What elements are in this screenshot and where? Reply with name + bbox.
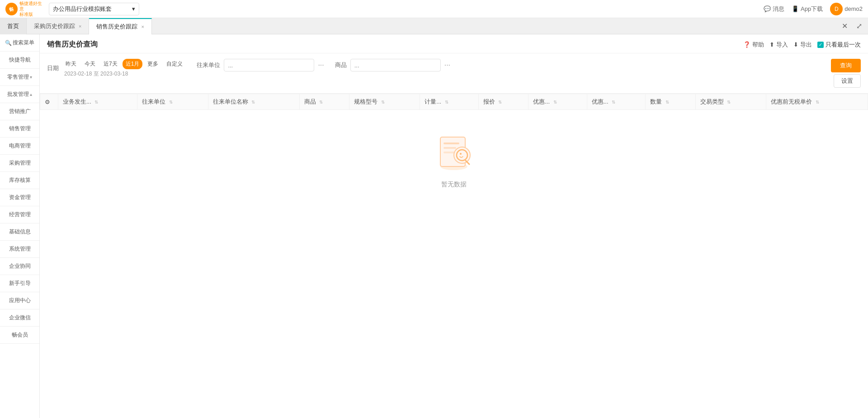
chevron-up-icon: ▴ <box>30 92 32 97</box>
only-last-checkbox-label[interactable]: ✓ 只看最后一次 <box>817 41 861 49</box>
th-biz-date[interactable]: 业务发生... ⇅ <box>58 94 137 110</box>
sidebar-item-guide[interactable]: 新手引导 <box>0 275 39 292</box>
th-partner-code[interactable]: 往来单位 ⇅ <box>137 94 208 110</box>
sidebar-item-apps[interactable]: 应用中心 <box>0 292 39 309</box>
svg-point-10 <box>460 153 462 155</box>
filter-actions: 查询 设置 <box>831 59 861 88</box>
tab-sales-close[interactable]: × <box>141 24 144 29</box>
th-no-tax-price[interactable]: 优惠前无税单价 ⇅ <box>766 94 868 110</box>
only-last-checkbox[interactable]: ✓ <box>817 42 824 48</box>
th-product[interactable]: 商品 ⇅ <box>299 94 349 110</box>
table-header-row: ⚙ 业务发生... ⇅ 往来单位 ⇅ 往来单位名称 ⇅ <box>40 94 868 110</box>
query-button[interactable]: 查询 <box>831 59 861 72</box>
sort-icon: ⇅ <box>94 100 98 104</box>
svg-text:畅: 畅 <box>9 7 14 12</box>
sidebar-item-sales-mgmt[interactable]: 销售管理 <box>0 120 39 138</box>
user-action[interactable]: D demo2 <box>830 3 863 15</box>
avatar: D <box>830 3 843 15</box>
logo-area: 畅 畅捷通好生意 标准版 <box>5 1 45 17</box>
th-trade-type[interactable]: 交易类型 ⇅ <box>695 94 766 110</box>
sidebar-search-label: 搜索菜单 <box>13 39 34 47</box>
sidebar-item-shortcut[interactable]: 快捷导航 <box>0 52 39 69</box>
sidebar-item-search[interactable]: 🔍 搜索菜单 <box>0 34 39 52</box>
tab-actions: ✕ ⤢ <box>839 21 868 32</box>
th-quote[interactable]: 报价 ⇅ <box>478 94 528 110</box>
help-action[interactable]: ❓ 帮助 <box>743 41 764 49</box>
top-header: 畅 畅捷通好生意 标准版 办公用品行业模拟账套 ▾ 💬 消息 📱 App下载 D… <box>0 0 868 18</box>
th-spec[interactable]: 规格型号 ⇅ <box>349 94 420 110</box>
download-icon: 📱 <box>792 5 799 12</box>
sidebar-operations-label: 经营管理 <box>9 211 31 218</box>
header-right: 💬 消息 📱 App下载 D demo2 <box>764 3 863 15</box>
th-discount1[interactable]: 优惠... ⇅ <box>528 94 587 110</box>
sidebar-finance-label: 资金管理 <box>9 194 31 201</box>
sidebar-wechat-label: 企业微信 <box>9 314 31 322</box>
sort-icon: ⇅ <box>319 100 323 104</box>
sidebar-item-finance[interactable]: 资金管理 <box>0 189 39 206</box>
sidebar: 🔍 搜索菜单 快捷导航 零售管理 ▾ 批发管理 ▴ 营销推广 销售管理 电商管理… <box>0 34 40 418</box>
chevron-down-icon: ▾ <box>30 75 32 80</box>
sidebar-item-ecommerce[interactable]: 电商管理 <box>0 138 39 155</box>
sidebar-item-inventory[interactable]: 库存核算 <box>0 172 39 189</box>
date-label: 日期 <box>47 64 59 72</box>
sort-icon: ⇅ <box>816 100 819 104</box>
sidebar-item-retail[interactable]: 零售管理 ▾ <box>0 69 39 86</box>
tab-sales[interactable]: 销售历史价跟踪 × <box>89 18 151 34</box>
sidebar-ecommerce-label: 电商管理 <box>9 142 31 150</box>
sidebar-item-operations[interactable]: 经营管理 <box>0 206 39 223</box>
th-partner-name[interactable]: 往来单位名称 ⇅ <box>208 94 299 110</box>
sort-icon: ⇅ <box>727 100 731 104</box>
sidebar-item-member[interactable]: 畅会员 <box>0 327 39 344</box>
sidebar-item-enterprise[interactable]: 企业协同 <box>0 258 39 275</box>
sidebar-item-wholesale[interactable]: 批发管理 ▴ <box>0 86 39 103</box>
th-quantity[interactable]: 数量 ⇅ <box>646 94 695 110</box>
tab-home-label: 首页 <box>7 22 19 30</box>
logo-text: 畅捷通好生意 标准版 <box>19 1 45 17</box>
sidebar-system-label: 系统管理 <box>9 245 31 253</box>
th-gear[interactable]: ⚙ <box>40 94 58 110</box>
date-btn-custom[interactable]: 自定义 <box>163 59 186 69</box>
tab-purchase[interactable]: 采购历史价跟踪 × <box>27 18 89 34</box>
date-btn-7days[interactable]: 近7天 <box>100 59 121 69</box>
filter-bar: 日期 昨天 今天 近7天 近1月 更多 自定义 2023-02-18 至 202… <box>40 53 868 94</box>
logo-icon: 畅 <box>5 3 18 15</box>
sidebar-item-basic[interactable]: 基础信息 <box>0 223 39 241</box>
table-container: ⚙ 业务发生... ⇅ 往来单位 ⇅ 往来单位名称 ⇅ <box>40 94 868 418</box>
partner-input[interactable] <box>224 59 314 71</box>
date-btn-yesterday[interactable]: 昨天 <box>62 59 80 69</box>
date-btn-1month[interactable]: 近1月 <box>123 59 143 69</box>
maximize-tab-action[interactable]: ⤢ <box>854 21 864 32</box>
sort-icon: ⇅ <box>251 100 255 104</box>
tab-purchase-close[interactable]: × <box>79 24 81 29</box>
date-btn-more[interactable]: 更多 <box>144 59 161 69</box>
partner-label: 往来单位 <box>197 61 220 69</box>
page-title: 销售历史价查询 <box>47 40 98 49</box>
sidebar-item-purchase-mgmt[interactable]: 采购管理 <box>0 155 39 172</box>
date-btn-today[interactable]: 今天 <box>81 59 99 69</box>
th-discount2[interactable]: 优惠... ⇅ <box>587 94 646 110</box>
date-filter-group: 日期 昨天 今天 近7天 近1月 更多 自定义 2023-02-18 至 202… <box>47 59 186 78</box>
sidebar-item-system[interactable]: 系统管理 <box>0 241 39 258</box>
sort-icon: ⇅ <box>381 100 385 104</box>
sidebar-item-wechat[interactable]: 企业微信 <box>0 309 39 327</box>
app-name-label: 办公用品行业模拟账套 <box>53 5 112 13</box>
close-tab-action[interactable]: ✕ <box>839 21 850 32</box>
page-actions: ❓ 帮助 ⬆ 导入 ⬇ 导出 ✓ 只看最后一次 <box>743 41 861 49</box>
product-input[interactable] <box>350 59 441 71</box>
import-action[interactable]: ⬆ 导入 <box>769 41 788 49</box>
sidebar-sales-mgmt-label: 销售管理 <box>9 125 31 133</box>
export-action[interactable]: ⬇ 导出 <box>793 41 812 49</box>
th-unit[interactable]: 计量... ⇅ <box>420 94 479 110</box>
app-selector[interactable]: 办公用品行业模拟账套 ▾ <box>49 3 139 15</box>
download-action[interactable]: 📱 App下载 <box>792 5 823 13</box>
date-range-text: 2023-02-18 至 2023-03-18 <box>64 70 186 78</box>
sort-icon: ⇅ <box>665 100 669 104</box>
settings-button[interactable]: 设置 <box>834 74 861 88</box>
search-icon: 🔍 <box>5 40 12 46</box>
sidebar-member-label: 畅会员 <box>12 331 28 339</box>
empty-state: 暂无数据 <box>40 110 868 207</box>
sidebar-item-marketing[interactable]: 营销推广 <box>0 103 39 120</box>
sidebar-shortcut-label: 快捷导航 <box>9 56 31 64</box>
tab-home[interactable]: 首页 <box>0 18 27 34</box>
message-action[interactable]: 💬 消息 <box>764 5 784 13</box>
